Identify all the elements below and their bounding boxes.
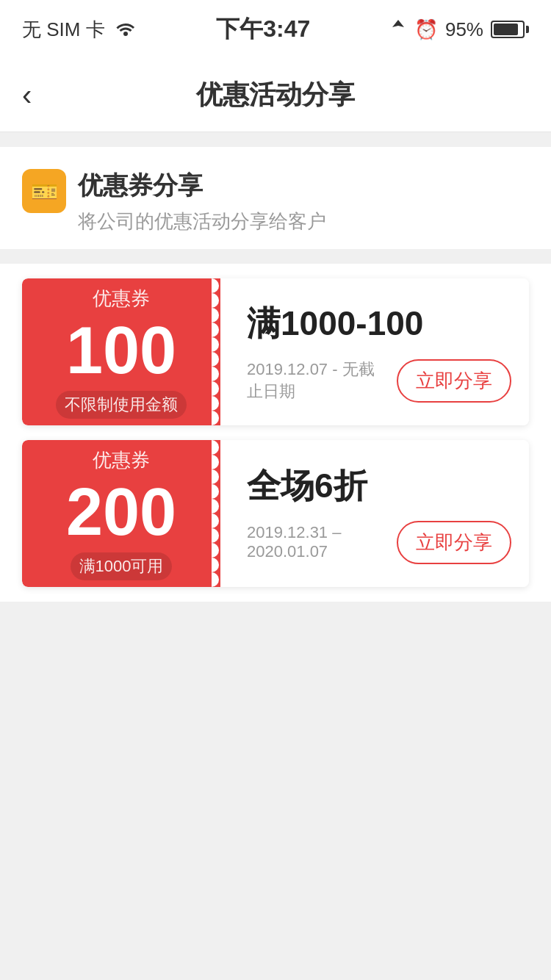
coupon-condition: 满1000可用 [71, 552, 173, 580]
back-button[interactable]: ‹ [22, 79, 32, 112]
share-button-2[interactable]: 立即分享 [397, 521, 511, 564]
page-title: 优惠活动分享 [196, 77, 355, 113]
section-text: 优惠券分享 将公司的优惠活动分享给客户 [78, 169, 326, 234]
coupon-type-label: 优惠券 [93, 286, 150, 311]
section-title: 优惠券分享 [78, 169, 326, 203]
location-icon [389, 18, 407, 41]
status-right: ⏰ 95% [389, 18, 529, 41]
coupon-name: 全场6折 [247, 464, 511, 509]
coupon-amount: 100 [66, 317, 176, 383]
coupon-name: 满1000-100 [247, 301, 511, 347]
wifi-icon [114, 18, 137, 41]
alarm-icon: ⏰ [414, 18, 438, 41]
coupon-type-label: 优惠券 [93, 447, 150, 473]
section-header: 🎫 优惠券分享 将公司的优惠活动分享给客户 [0, 147, 551, 249]
section-icon: 🎫 [22, 169, 66, 213]
coupon-meta: 2019.12.07 - 无截止日期 立即分享 [247, 359, 511, 403]
svg-rect-3 [212, 440, 229, 587]
coupon-card: 优惠券 200 满1000可用 全场6折 2019.12.31 – 2020.0… [22, 440, 529, 587]
status-left: 无 SIM 卡 [22, 17, 137, 43]
nav-bar: ‹ 优惠活动分享 [0, 59, 551, 132]
status-bar: 无 SIM 卡 下午3:47 ⏰ 95% [0, 0, 551, 59]
coupon-meta: 2019.12.31 – 2020.01.07 立即分享 [247, 521, 511, 564]
coupon-date: 2019.12.31 – 2020.01.07 [247, 523, 389, 561]
bottom-area [0, 602, 551, 896]
coupon-date: 2019.12.07 - 无截止日期 [247, 359, 389, 403]
coupon-condition: 不限制使用金额 [56, 391, 187, 419]
coupon-amount: 200 [66, 479, 176, 545]
battery-icon [491, 21, 529, 38]
share-button-1[interactable]: 立即分享 [397, 359, 511, 403]
coupon-card: 优惠券 100 不限制使用金额 满1000-100 2019.12.07 - 无… [22, 278, 529, 425]
section-subtitle: 将公司的优惠活动分享给客户 [78, 209, 326, 234]
battery-percent: 95% [445, 18, 483, 41]
time-display: 下午3:47 [216, 13, 310, 46]
carrier-label: 无 SIM 卡 [22, 17, 105, 43]
coupon-list: 优惠券 100 不限制使用金额 满1000-100 2019.12.07 - 无… [0, 264, 551, 602]
svg-rect-1 [212, 278, 229, 425]
